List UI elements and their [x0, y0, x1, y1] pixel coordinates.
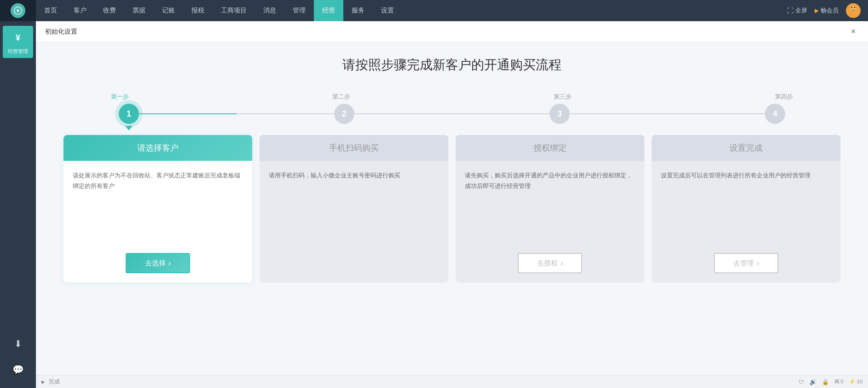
user-avatar[interactable]	[846, 3, 861, 18]
step2-card-footer	[260, 266, 448, 282]
network-status: 网 0	[834, 378, 844, 385]
play-status-icon: ▶	[41, 379, 45, 384]
step4-circle: 4	[765, 104, 785, 124]
step1-circle: 1	[119, 104, 139, 124]
step3-circle: 3	[550, 104, 570, 124]
app-logo	[11, 3, 25, 18]
fullscreen-icon: ⛶	[787, 7, 793, 14]
nav-customer[interactable]: 客户	[65, 0, 95, 21]
nav-home[interactable]: 首页	[36, 0, 65, 21]
setup-container: 请按照步骤完成新客户的开通购买流程 第一步 第二步 第三步 第四步	[36, 42, 868, 375]
nav-right-area: ⛶ 全屏 ▶ 畅会员	[787, 3, 868, 18]
status-left: ▶ 完成	[41, 378, 60, 386]
nav-business[interactable]: 工商项目	[213, 0, 255, 21]
step1-card-header: 请选择客户	[64, 135, 252, 161]
sidebar-item-label: 经营管理	[8, 48, 28, 54]
nav-message[interactable]: 消息	[255, 0, 284, 21]
sidebar-download[interactable]: ⬇	[3, 335, 33, 353]
step2-card-header: 手机扫码购买	[260, 135, 448, 161]
download-icon: ⬇	[14, 338, 22, 349]
step1-card-footer: 去选择 ›	[64, 246, 252, 282]
step3-card-header: 授权绑定	[456, 135, 644, 161]
step1-card-body: 该处展示的客户为不在回收站、客户状态正常建账后完成老板端绑定的所有客户	[64, 161, 252, 246]
step3-card-body: 请先购买，购买后选择开通的产品中的企业用户进行授权绑定，成功后即可进行经营管理	[456, 161, 644, 246]
nav-invoice[interactable]: 票据	[124, 0, 154, 21]
step2-card: 手机扫码购买 请用手机扫码，输入小微企业主账号密码进行购买	[260, 135, 448, 282]
step4-card-header: 设置完成	[652, 135, 840, 161]
svg-point-1	[849, 12, 858, 18]
volume-icon: 🔊	[810, 379, 816, 385]
battery-status: ⚡ 10	[849, 379, 862, 385]
main-content-area: 初始化设置 × 请按照步骤完成新客户的开通购买流程 第一步 第二步 第三步 第四…	[36, 21, 868, 388]
top-navigation: 首页 客户 收费 票据 记账 报税 工商项目 消息 管理 经营 服务 设置 ⛶ …	[0, 0, 868, 21]
step1-btn-arrow: ›	[168, 259, 171, 268]
money-icon: ¥	[10, 29, 26, 46]
nav-manage[interactable]: 管理	[284, 0, 314, 21]
nav-items-list: 首页 客户 收费 票据 记账 报税 工商项目 消息 管理 经营 服务 设置	[36, 0, 787, 21]
step2-circle: 2	[334, 104, 354, 124]
left-sidebar: ¥ 经营管理 ⬇ 💬	[0, 21, 36, 388]
play-icon: ▶	[815, 7, 819, 14]
status-right: 🛡 🔊 🔒 网 0 ⚡ 10	[799, 378, 862, 385]
step4-card-footer: 去管理 ›	[652, 246, 840, 282]
step4-card-body: 设置完成后可以在管理列表进行所有企业用户的经营管理	[652, 161, 840, 246]
step2-card-body: 请用手机扫码，输入小微企业主账号密码进行购买	[260, 161, 448, 266]
step3-label: 第三步	[553, 92, 573, 101]
nav-settings[interactable]: 设置	[373, 0, 402, 21]
nav-operation[interactable]: 经营	[314, 0, 343, 21]
lock-icon: 🔒	[822, 379, 829, 385]
status-bar: ▶ 完成 🛡 🔊 🔒 网 0 ⚡ 10	[36, 375, 868, 388]
connector-1-2: ›	[139, 113, 334, 114]
step4-card: 设置完成 设置完成后可以在管理列表进行所有企业用户的经营管理 去管理 ›	[652, 135, 840, 282]
setup-main-title: 请按照步骤完成新客户的开通购买流程	[64, 56, 840, 74]
step4-label: 第四步	[774, 92, 794, 101]
step1-action-button[interactable]: 去选择 ›	[126, 253, 190, 273]
nav-service[interactable]: 服务	[343, 0, 373, 21]
fullscreen-button[interactable]: ⛶ 全屏	[787, 6, 807, 15]
close-button[interactable]: ×	[848, 26, 859, 37]
step1-card: 请选择客户 该处展示的客户为不在回收站、客户状态正常建账后完成老板端绑定的所有客…	[64, 135, 252, 282]
step2-label: 第二步	[331, 92, 351, 101]
connector-2-3: ›	[354, 113, 550, 114]
nav-tax[interactable]: 报税	[183, 0, 213, 21]
page-title: 初始化设置	[45, 28, 77, 36]
step-cards: 请选择客户 该处展示的客户为不在回收站、客户状态正常建账后完成老板端绑定的所有客…	[64, 135, 840, 282]
shield-icon: 🛡	[799, 379, 804, 385]
main-layout: ¥ 经营管理 ⬇ 💬 初始化设置 × 请按照步骤完成新客户的开通购买流程 第一步	[0, 21, 868, 388]
step3-btn-arrow: ›	[561, 259, 563, 268]
logo-area	[0, 0, 36, 21]
fullscreen-label: 全屏	[795, 6, 807, 15]
step3-card-footer: 去授权 ›	[456, 246, 644, 282]
step4-btn-arrow: ›	[757, 259, 759, 268]
step1-label: 第一步	[110, 92, 130, 101]
content-header: 初始化设置 ×	[36, 21, 868, 42]
member-button[interactable]: ▶ 畅会员	[815, 6, 839, 15]
step3-action-button[interactable]: 去授权 ›	[518, 253, 582, 273]
nav-accounting[interactable]: 记账	[154, 0, 183, 21]
svg-point-2	[851, 7, 853, 8]
nav-fee[interactable]: 收费	[95, 0, 124, 21]
sidebar-item-management[interactable]: ¥ 经营管理	[3, 26, 33, 58]
step3-card: 授权绑定 请先购买，购买后选择开通的产品中的企业用户进行授权绑定，成功后即可进行…	[456, 135, 644, 282]
svg-point-3	[854, 7, 856, 8]
connector-3-4: ›	[570, 113, 765, 114]
status-text: 完成	[49, 378, 60, 386]
step4-action-button[interactable]: 去管理 ›	[714, 253, 778, 273]
member-label: 畅会员	[821, 6, 839, 15]
chat-icon: 💬	[12, 364, 24, 375]
sidebar-chat[interactable]: 💬	[3, 360, 33, 379]
